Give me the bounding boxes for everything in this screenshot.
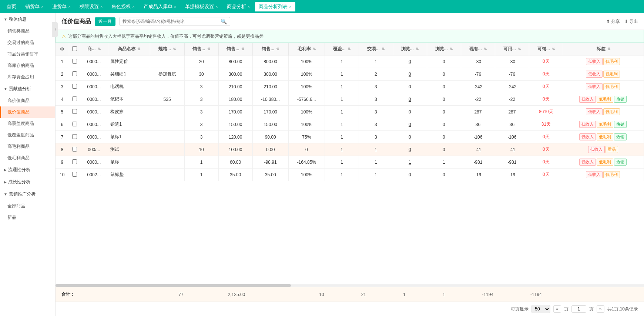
row-view1[interactable]: 0 [393,55,427,68]
search-input[interactable] [123,19,219,24]
sidebar-item-new-goods[interactable]: 新品 [0,212,55,223]
row-check[interactable] [69,156,80,169]
col-spec-header[interactable]: 规格... ⇅ [150,43,184,55]
row-view1[interactable]: 0 [393,93,427,106]
row-check[interactable] [69,143,80,156]
col-sale1-header[interactable]: 销售... ⇅ [184,43,218,55]
browse-link[interactable]: 0 [409,122,411,127]
close-icon[interactable]: × [248,4,250,9]
sidebar-item-high-stock[interactable]: 高库存的商品 [0,60,55,71]
close-icon[interactable]: × [174,4,176,9]
row-checkbox[interactable] [72,122,77,126]
close-icon[interactable]: × [68,4,70,9]
row-view1[interactable]: 0 [393,169,427,181]
sidebar-section-marketing[interactable]: ▼营销推广分析 [0,188,55,200]
row-checkbox[interactable] [72,134,77,139]
close-icon[interactable]: × [100,4,103,9]
row-check[interactable] [69,93,80,106]
browse-link[interactable]: 0 [409,97,411,102]
row-checkbox[interactable] [72,84,77,89]
col-available-header[interactable]: 可用... ⇅ [495,43,529,55]
col-view2-header[interactable]: 浏览... ⇅ [427,43,461,55]
sidebar-item-high-value[interactable]: 高价值商品 [0,95,55,106]
col-settings[interactable]: ⚙ [56,43,69,55]
browse-link[interactable]: 0 [409,72,411,77]
sidebar-section-contribution[interactable]: ▼贡献值分析 [0,83,55,95]
browse-link[interactable]: 0 [409,84,411,89]
row-check[interactable] [69,68,80,81]
nav-product-in[interactable]: 产成品入库单 × [140,2,180,11]
col-tags-header[interactable]: 标签 ⇅ [563,43,644,55]
sidebar-section-growth[interactable]: ▶成长性分析 [0,176,55,188]
share-button[interactable]: ⬆ 分享 [606,18,620,25]
next-page-button[interactable]: » [597,305,604,313]
row-checkbox[interactable] [72,147,77,152]
nav-template[interactable]: 单据模板设置 × [181,2,221,11]
nav-sales[interactable]: 销货单 × [21,2,47,11]
nav-home[interactable]: 首页 [3,2,20,11]
row-checkbox[interactable] [72,109,77,114]
row-check[interactable] [69,81,80,93]
row-checkbox[interactable] [72,96,77,101]
browse-link[interactable]: 0 [409,172,411,177]
sidebar-item-low-coverage[interactable]: 低覆盖度商品 [0,129,55,141]
close-icon[interactable]: × [41,4,43,9]
col-check[interactable] [69,43,80,55]
col-margin-header[interactable]: 毛利率 ⇅ [288,43,325,55]
col-code-header[interactable]: 商... ⇅ [80,43,108,55]
sidebar-item-high-profit[interactable]: 高毛利商品 [0,141,55,152]
col-trade-header[interactable]: 交易... ⇅ [359,43,393,55]
sidebar-item-traded-goods[interactable]: 交易过的商品 [0,37,55,48]
sidebar-section-overview[interactable]: ▼整体信息 [0,13,55,26]
page-number-input[interactable] [571,305,586,313]
row-view1[interactable]: 0 [393,131,427,143]
row-view1[interactable]: 0 [393,106,427,118]
sidebar-item-low-profit[interactable]: 低毛利商品 [0,152,55,164]
select-all-checkbox[interactable] [72,46,77,51]
sidebar-collapse-button[interactable]: 《 [52,22,58,37]
row-check[interactable] [69,118,80,131]
sidebar-item-category-rate[interactable]: 商品分类销售率 [0,48,55,60]
col-coverage-header[interactable]: 覆盖... ⇅ [325,43,359,55]
sidebar-section-flow[interactable]: ▶流通性分析 [0,164,55,176]
row-checkbox[interactable] [72,59,77,64]
row-check[interactable] [69,131,80,143]
row-checkbox[interactable] [72,71,77,76]
row-check[interactable] [69,169,80,181]
nav-goods-analysis[interactable]: 商品分析 × [223,2,254,11]
sidebar-item-low-value[interactable]: 低价值商品 [0,106,55,118]
browse-link[interactable]: 1 [409,160,411,165]
close-icon[interactable]: × [215,4,218,9]
browse-link[interactable]: 0 [409,109,411,115]
browse-link[interactable]: 0 [409,59,411,64]
row-view1[interactable]: 0 [393,143,427,156]
sidebar-item-stock-capital[interactable]: 库存资金占用 [0,71,55,83]
nav-permission[interactable]: 权限设置 × [76,2,106,11]
sidebar-item-sales-goods[interactable]: 销售类商品 [0,26,55,37]
col-current-header[interactable]: 现有... ⇅ [461,43,495,55]
prev-page-button[interactable]: « [553,305,561,313]
row-view1[interactable]: 0 [393,81,427,93]
export-button[interactable]: ⬇ 导出 [624,18,638,25]
nav-role[interactable]: 角色授权 × [108,2,138,11]
browse-link[interactable]: 0 [409,135,411,140]
nav-purchase[interactable]: 进货单 × [48,2,74,11]
close-icon[interactable]: × [289,4,291,9]
search-icon[interactable]: 🔍 [221,18,227,24]
row-view1[interactable]: 0 [393,68,427,81]
horizontal-scrollbar[interactable] [56,284,644,287]
close-icon[interactable]: × [132,4,134,9]
row-checkbox[interactable] [72,172,77,177]
sidebar-item-high-coverage[interactable]: 高覆盖度商品 [0,118,55,129]
row-check[interactable] [69,55,80,68]
row-view1[interactable]: 1 [393,156,427,169]
col-view1-header[interactable]: 浏览... ⇅ [393,43,427,55]
filter-button[interactable]: 近一月 [95,17,115,26]
col-name-header[interactable]: 商品名称 ⇅ [108,43,150,55]
row-checkbox[interactable] [72,159,77,164]
row-check[interactable] [69,106,80,118]
col-sale3-header[interactable]: 销售... ⇅ [252,43,288,55]
nav-goods-analysis-list[interactable]: 商品分析列表 × [255,2,295,11]
row-view1[interactable]: 0 [393,118,427,131]
browse-link[interactable]: 0 [409,147,411,152]
